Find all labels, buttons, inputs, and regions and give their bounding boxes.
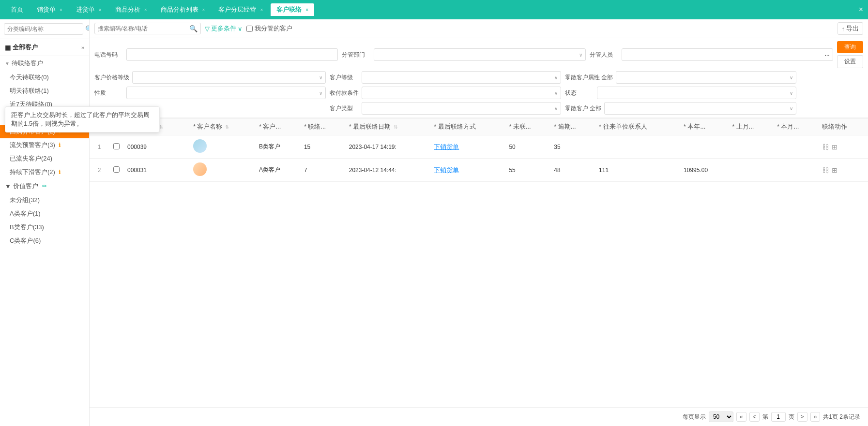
dept-select[interactable]: ∨	[374, 48, 585, 61]
sidebar-item-c-class[interactable]: C类客户(6)	[0, 234, 89, 248]
sidebar-item-tomorrow[interactable]: 明天待联络(1)	[0, 84, 89, 98]
all-customers-section[interactable]: ▦ 全部客户 »	[0, 39, 89, 56]
row-2-method-link[interactable]: 下销货单	[434, 166, 459, 174]
close-purchase-tab-icon[interactable]: ×	[99, 7, 102, 13]
nav-tab-purchase[interactable]: 进货单 ×	[70, 3, 107, 16]
row-1-not-contact: 50	[505, 135, 550, 159]
filter-nature-field: 性质 ∨	[94, 87, 326, 99]
close-analysis-tab-icon[interactable]: ×	[144, 7, 147, 13]
sidebar-item-today[interactable]: 今天待联络(0)	[0, 71, 89, 84]
sidebar-item-churned[interactable]: 已流失客户(24)	[0, 152, 89, 165]
row-2-grid-icon[interactable]: ⊞	[832, 166, 838, 174]
row-2-check	[109, 159, 123, 182]
payment-select[interactable]: ∨	[362, 87, 561, 99]
filter-scattered-customer-field: 零散客户 全部 ∨	[565, 102, 796, 115]
sidebar-item-ungrouped[interactable]: 未分组(32)	[0, 193, 89, 207]
col-header-last-month[interactable]: * 上月...	[728, 118, 773, 135]
phone-input[interactable]	[126, 48, 338, 61]
last-page-button[interactable]: »	[810, 412, 821, 422]
sort-icon-date: ⇅	[394, 124, 397, 130]
table-area[interactable]: ⚙ * 客户编码 ⇅ * 客户名称 ⇅	[90, 118, 868, 407]
sidebar-item-churn-warning[interactable]: 流失预警客户(3) ℹ	[0, 138, 89, 152]
status-select[interactable]: ∨	[597, 87, 796, 99]
page-number-input[interactable]	[771, 412, 786, 422]
sidebar: 🔍 ▦ 全部客户 » ▼ 待联络客户 今天待联络(0) 明天待联络(1) 近7天…	[0, 19, 90, 426]
pending-contact-group[interactable]: ▼ 待联络客户	[0, 56, 89, 71]
row-1-link-icon[interactable]: ⛓	[822, 143, 829, 151]
tooltip-box: 距客户上次交易时长，超过了此客户的平均交易周期的1.5倍，则视为异常。	[90, 106, 160, 132]
prev-page-button[interactable]: <	[749, 412, 760, 422]
row-1-grid-icon[interactable]: ⊞	[832, 143, 838, 151]
filter-row-1: 电话号码 分管部门 ∨ 分管人员 ···	[94, 41, 863, 68]
col-header-name[interactable]: * 客户名称 ⇅	[189, 118, 255, 135]
search-button-icon[interactable]: 🔍	[189, 25, 198, 32]
row-1-code: 000039	[123, 135, 189, 159]
row-2-avatar	[193, 162, 207, 176]
chevron-down-icon-payment: ∨	[554, 90, 558, 96]
next-page-button[interactable]: >	[797, 412, 807, 422]
customer-type-select[interactable]: ∨	[362, 102, 561, 115]
customer-grade-select[interactable]: ∨	[362, 71, 561, 84]
first-page-button[interactable]: «	[736, 412, 746, 422]
export-button[interactable]: ↑ 导出	[838, 22, 864, 35]
value-customers-group[interactable]: ▼ 价值客户 ✏	[0, 179, 89, 193]
chevron-down-icon-status: ∨	[790, 90, 793, 96]
filter-phone-field: 电话号码	[94, 48, 338, 61]
query-button[interactable]: 查询	[837, 41, 863, 53]
nav-tab-customer-contact[interactable]: 客户联络 ×	[271, 3, 314, 16]
close-customer-contact-tab-icon[interactable]: ×	[305, 7, 308, 13]
filter-customer-grade-field: 客户等级 ∨	[330, 71, 561, 84]
nav-tab-sales[interactable]: 销货单 ×	[31, 3, 68, 16]
chevron-down-icon-dept: ∨	[579, 52, 582, 58]
nav-tab-home[interactable]: 首页	[5, 3, 29, 16]
row-2-last-month	[728, 159, 773, 182]
scattered-attr-select[interactable]: ∨	[616, 71, 796, 84]
close-sales-tab-icon[interactable]: ×	[60, 7, 62, 13]
col-header-overdue[interactable]: * 逾期...	[550, 118, 595, 135]
sidebar-search-input[interactable]	[4, 23, 83, 35]
sidebar-item-declining[interactable]: 持续下滑客户(2) ℹ	[0, 165, 89, 179]
col-header-this-year[interactable]: * 本年...	[680, 118, 728, 135]
row-2-last-contact-date: 2023-04-12 14:44:	[345, 159, 430, 182]
col-header-last-contact-method[interactable]: * 最后联络方式	[430, 118, 505, 135]
my-customers-checkbox[interactable]	[246, 26, 253, 32]
search-input[interactable]	[98, 25, 189, 32]
row-2-checkbox[interactable]	[113, 166, 120, 173]
close-analysis-list-tab-icon[interactable]: ×	[202, 7, 205, 13]
sidebar-item-a-class[interactable]: A类客户(1)	[0, 207, 89, 220]
pagination: 每页显示 50 100 200 « < 第 页 > » 共1页 2条记录	[90, 407, 868, 426]
row-2-not-contact: 55	[505, 159, 550, 182]
row-1-method-link[interactable]: 下销货单	[434, 143, 459, 150]
col-header-contacts[interactable]: * 往来单位联系人	[595, 118, 680, 135]
grid-icon: ▦	[5, 44, 11, 51]
scattered-customer-select[interactable]: ∨	[604, 102, 796, 115]
col-header-not-contact[interactable]: * 未联...	[505, 118, 550, 135]
close-customer-mgmt-tab-icon[interactable]: ×	[260, 7, 263, 13]
row-2-link-icon[interactable]: ⛓	[822, 166, 829, 174]
page-size-select[interactable]: 50 100 200	[709, 411, 733, 422]
chevron-down-icon-nature: ∨	[319, 90, 322, 96]
nav-tab-analysis-list[interactable]: 商品分析列表 ×	[155, 3, 211, 16]
edit-icon[interactable]: ✏	[42, 183, 47, 190]
collapse-sidebar-icon[interactable]: »	[81, 44, 84, 50]
row-1-checkbox[interactable]	[113, 143, 120, 149]
sidebar-item-b-class[interactable]: B类客户(33)	[0, 220, 89, 234]
col-header-contact[interactable]: * 联络...	[300, 118, 345, 135]
col-header-type[interactable]: * 客户...	[255, 118, 300, 135]
col-header-this-month[interactable]: * 本月...	[773, 118, 818, 135]
nature-select[interactable]: ∨	[126, 87, 326, 99]
more-conditions-button[interactable]: ▽ 更多条件 ∨	[205, 24, 243, 33]
nav-tab-customer-mgmt[interactable]: 客户分层经营 ×	[213, 3, 269, 16]
nav-tab-analysis[interactable]: 商品分析 ×	[109, 3, 153, 16]
col-header-last-contact-date[interactable]: * 最后联络日期 ⇅	[345, 118, 430, 135]
main-layout: 🔍 ▦ 全部客户 » ▼ 待联络客户 今天待联络(0) 明天待联络(1) 近7天…	[0, 19, 868, 426]
sidebar-search-area: 🔍	[0, 19, 89, 39]
settings-button[interactable]: 设置	[837, 55, 863, 68]
row-1-contact: 15	[300, 135, 345, 159]
row-2-contact: 7	[300, 159, 345, 182]
sidebar-search-icon[interactable]: 🔍	[85, 25, 90, 33]
search-input-wrap: 🔍	[94, 23, 201, 34]
person-select[interactable]: ···	[622, 48, 833, 61]
close-all-tabs-button[interactable]: ×	[859, 5, 863, 14]
price-grade-select[interactable]: ∨	[132, 71, 326, 84]
